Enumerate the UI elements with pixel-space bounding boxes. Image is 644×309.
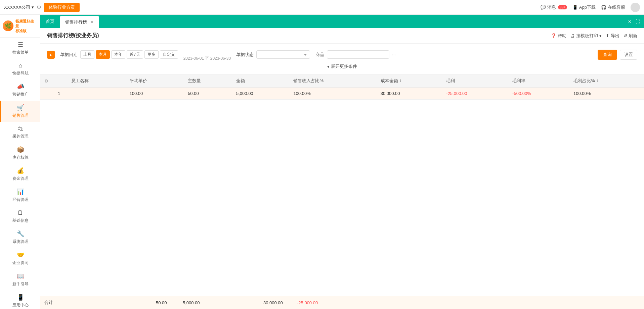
refresh-button[interactable]: ↺ 刷新 <box>624 33 637 39</box>
td-avg-price: 100.00 <box>126 88 184 100</box>
sidebar-item-finance[interactable]: 💰 资金管理 <box>0 164 40 185</box>
help-button[interactable]: ❓ 帮助 <box>551 33 566 39</box>
date-btn-last-month[interactable]: 上月 <box>80 50 94 59</box>
sidebar-item-sales[interactable]: 🛒 销售管理 <box>0 101 40 122</box>
app-icon: 📱 <box>572 5 578 10</box>
th-avg-price: 平均单价 <box>126 74 184 88</box>
th-quantity: 主数量 <box>184 74 232 88</box>
data-table: ⚙ 员工名称 平均单价 主数量 全额 销售收入占比% 成本全额 ℹ <box>40 74 644 100</box>
sidebar-item-cooperation[interactable]: 🤝 企业协同 <box>0 248 40 269</box>
sidebar-item-base-info[interactable]: 🗒 基础信息 <box>0 206 40 227</box>
footer-amount: 5,000.00 <box>179 300 212 305</box>
status-filter-item: 单据状态 <box>236 50 310 59</box>
table-header-row: ⚙ 员工名称 平均单价 主数量 全额 销售收入占比% 成本全额 ℹ <box>40 74 644 88</box>
tab-home-label: 首页 <box>46 18 54 24</box>
sidebar-item-search[interactable]: ☰ 搜索菜单 <box>0 38 40 59</box>
user-avatar-area[interactable] <box>631 3 640 12</box>
filter-toggle-btn[interactable]: ▸ <box>47 51 55 59</box>
more-filter-icon[interactable]: ··· <box>392 52 396 57</box>
sidebar-label-quick-nav: 快捷导航 <box>12 70 29 76</box>
company-selector[interactable]: XXXXXX公司 ▾ <box>4 4 34 10</box>
cost-info-icon[interactable]: ℹ <box>400 79 401 83</box>
tab-home[interactable]: 首页 <box>40 15 60 28</box>
expand-more-area: ▾ 展开更多条件 <box>47 61 637 70</box>
print-chevron-icon: ▾ <box>599 33 602 38</box>
query-settings-area: 查询 设置 <box>598 50 637 60</box>
footer-quantity: 50.00 <box>152 300 179 305</box>
company-name: XXXXXX公司 <box>4 4 30 10</box>
trial-button[interactable]: 体验行业方案 <box>44 3 80 12</box>
finance-icon: 💰 <box>17 167 24 174</box>
sidebar-item-system[interactable]: 🔧 系统管理 <box>0 227 40 248</box>
logo-text: 畅康通好生意 标准版 <box>15 19 37 33</box>
gross-pct-info-icon[interactable]: ℹ <box>597 79 598 83</box>
date-btn-7days[interactable]: 近7天 <box>127 50 143 59</box>
inventory-icon: 📦 <box>17 146 24 153</box>
app-download-btn[interactable]: 📱 App下载 <box>572 4 596 10</box>
goods-input[interactable] <box>327 50 389 59</box>
th-name: 员工名称 <box>67 74 126 88</box>
sidebar-item-quick-nav[interactable]: ⌂ 快捷导航 <box>0 59 40 80</box>
sidebar-label-finance: 资金管理 <box>12 176 29 182</box>
td-quantity: 50.00 <box>184 88 232 100</box>
td-settings <box>40 88 54 100</box>
td-name <box>67 88 126 100</box>
operation-icon: 📊 <box>17 188 24 196</box>
sidebar-logo: 🌿 畅康通好生意 标准版 <box>0 15 40 38</box>
tab-sales-rank[interactable]: 销售排行榜 ✕ <box>60 16 99 28</box>
sidebar-item-app-center[interactable]: 📱 应用中心 <box>0 290 40 309</box>
th-cost: 成本全额 ℹ <box>377 74 442 88</box>
sidebar-item-newbie[interactable]: 📖 新手引导 <box>0 269 40 290</box>
settings-icon[interactable]: ⚙ <box>37 4 41 10</box>
main-layout: 🌿 畅康通好生意 标准版 ☰ 搜索菜单 ⌂ 快捷导航 📣 营销推广 🛒 销售管理… <box>0 15 644 309</box>
th-settings: ⚙ <box>40 74 54 88</box>
app-download-label: App下载 <box>579 4 596 10</box>
message-btn[interactable]: 💬 消息 99+ <box>541 4 567 10</box>
td-rank: 1 <box>54 88 67 100</box>
expand-chevron-icon: ▾ <box>327 64 330 69</box>
date-btn-custom[interactable]: 自定义 <box>160 50 178 59</box>
gear-icon[interactable]: ⚙ <box>44 79 48 84</box>
tab-expand-icon[interactable]: ⛶ <box>636 19 640 24</box>
sidebar-label-operation: 经营管理 <box>12 197 29 203</box>
th-gross: 毛利 <box>442 74 508 88</box>
td-amount: 5,000.00 <box>232 88 289 100</box>
table-footer: 合计 50.00 5,000.00 30,000.00 -25,000.00 <box>40 296 644 309</box>
sidebar-label-cooperation: 企业协同 <box>12 260 29 266</box>
sidebar-item-purchase[interactable]: 🛍 采购管理 <box>0 122 40 143</box>
date-filter-label: 单据日期 <box>60 52 78 58</box>
sidebar-item-marketing[interactable]: 📣 营销推广 <box>0 80 40 101</box>
base-info-icon: 🗒 <box>17 209 24 216</box>
home-icon: ⌂ <box>19 62 23 69</box>
status-select[interactable] <box>256 50 310 59</box>
date-btn-more[interactable]: 更多 <box>144 50 159 59</box>
system-icon: 🔧 <box>17 230 24 238</box>
td-cost: 30,000.00 <box>377 88 442 100</box>
settings-btn[interactable]: 设置 <box>620 50 637 60</box>
sidebar-item-operation[interactable]: 📊 经营管理 <box>0 185 40 206</box>
export-button[interactable]: ⬆ 导出 <box>606 33 619 39</box>
print-icon: 🖨 <box>570 33 575 38</box>
td-gross: -25,000.00 <box>442 88 508 100</box>
status-filter-label: 单据状态 <box>236 52 254 58</box>
date-btn-this-month[interactable]: 本月 <box>96 50 110 59</box>
footer-cost: 30,000.00 <box>259 300 293 305</box>
purchase-icon: 🛍 <box>17 125 24 132</box>
print-template-button[interactable]: 🖨 按模板打印 ▾ <box>570 33 602 39</box>
page-content: 销售排行榜(按业务员) ❓ 帮助 🖨 按模板打印 ▾ ⬆ 导出 <box>40 28 644 309</box>
sidebar-label-sales: 销售管理 <box>12 113 29 118</box>
goods-filter-label: 商品 <box>315 52 324 58</box>
tab-sales-rank-label: 销售排行榜 <box>65 19 87 25</box>
sidebar-item-inventory[interactable]: 📦 库存核算 <box>0 143 40 164</box>
online-service-btn[interactable]: 🎧 在线客服 <box>601 4 625 10</box>
expand-more-btn[interactable]: ▾ 展开更多条件 <box>327 63 357 69</box>
message-label: 消息 <box>547 4 556 10</box>
date-btn-this-year[interactable]: 本年 <box>111 50 125 59</box>
tab-close-all-icon[interactable]: ✕ <box>628 19 632 24</box>
footer-total-label: 合计 <box>44 300 152 306</box>
company-dropdown-icon: ▾ <box>32 5 34 10</box>
logo-text-line1: 畅康通好生意 <box>15 19 37 29</box>
tab-close-icon[interactable]: ✕ <box>90 20 94 24</box>
marketing-icon: 📣 <box>17 83 24 90</box>
query-button[interactable]: 查询 <box>598 50 617 60</box>
